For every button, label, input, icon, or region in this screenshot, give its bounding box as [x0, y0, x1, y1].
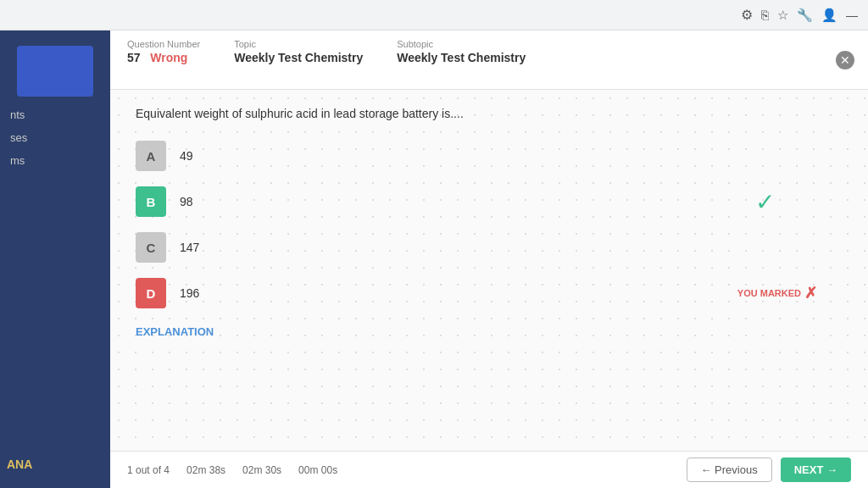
option-text-a: 49: [180, 149, 193, 163]
you-marked-x-icon: ✗: [804, 284, 817, 302]
option-label-c: C: [136, 232, 166, 263]
question-number-value: 57 Wrong: [127, 51, 200, 64]
option-row-d[interactable]: D 196 YOU MARKED ✗: [136, 278, 843, 308]
question-area: Equivalent weight of sulphuric acid in l…: [110, 90, 868, 451]
subtopic-section: Subtopic Weekly Test Chemistry: [397, 39, 526, 64]
share-icon[interactable]: ⎘: [761, 8, 769, 22]
question-number-label: Question Number: [127, 39, 200, 49]
question-number-section: Question Number 57 Wrong: [127, 39, 200, 64]
settings-icon[interactable]: ⚙: [741, 7, 753, 23]
option-row-a[interactable]: A 49: [136, 141, 843, 171]
time-2: 02m 30s: [242, 464, 281, 476]
topic-value: Weekly Test Chemistry: [234, 51, 363, 64]
option-label-a: A: [136, 141, 166, 171]
next-button[interactable]: NEXT →: [781, 458, 851, 482]
option-row-b[interactable]: B 98 ✓: [136, 186, 843, 217]
topic-section: Topic Weekly Test Chemistry: [234, 39, 363, 64]
question-number: 57: [127, 51, 141, 64]
extensions-icon[interactable]: 🔧: [797, 8, 813, 23]
time-3: 00m 00s: [298, 464, 337, 476]
topic-label: Topic: [234, 39, 363, 49]
left-sidebar: nts ses ms ANA: [0, 30, 110, 488]
correct-check-icon: ✓: [755, 188, 775, 216]
browser-chrome: ⚙ ⎘ ☆ 🔧 👤 —: [0, 0, 868, 30]
subtopic-label: Subtopic: [397, 39, 526, 49]
sidebar-blue-block: [17, 46, 93, 97]
minimize-icon[interactable]: —: [846, 8, 858, 22]
footer-info: 1 out of 4 02m 38s 02m 30s 00m 00s: [127, 464, 337, 476]
bookmark-icon[interactable]: ☆: [777, 8, 788, 23]
nav-buttons: ← Previous NEXT →: [687, 458, 852, 482]
you-marked-label: YOU MARKED: [737, 288, 801, 298]
time-1: 02m 38s: [186, 464, 225, 476]
header-bar: Question Number 57 Wrong Topic Weekly Te…: [110, 30, 868, 90]
sidebar-label-nts: nts: [0, 103, 35, 126]
option-text-d: 196: [180, 286, 199, 300]
main-content: Question Number 57 Wrong Topic Weekly Te…: [110, 30, 868, 488]
sidebar-label-ms: ms: [0, 149, 35, 172]
option-label-b: B: [136, 186, 166, 217]
option-row-c[interactable]: C 147: [136, 232, 843, 263]
question-status: Wrong: [150, 51, 187, 64]
close-button[interactable]: ✕: [836, 51, 854, 69]
prev-button[interactable]: ← Previous: [687, 458, 772, 482]
option-label-d: D: [136, 278, 166, 308]
you-marked-indicator: YOU MARKED ✗: [737, 284, 817, 302]
footer-bar: 1 out of 4 02m 38s 02m 30s 00m 00s ← Pre…: [110, 451, 868, 488]
question-text: Equivalent weight of sulphuric acid in l…: [136, 107, 843, 120]
explanation-link[interactable]: EXPLANATION: [136, 322, 214, 341]
option-text-c: 147: [180, 241, 199, 254]
profile-icon[interactable]: 👤: [821, 8, 837, 23]
option-text-b: 98: [180, 195, 193, 208]
sidebar-bottom-label: ANA: [7, 458, 32, 471]
subtopic-value: Weekly Test Chemistry: [397, 51, 526, 64]
sidebar-label-ses: ses: [0, 126, 37, 149]
question-count: 1 out of 4: [127, 464, 170, 476]
